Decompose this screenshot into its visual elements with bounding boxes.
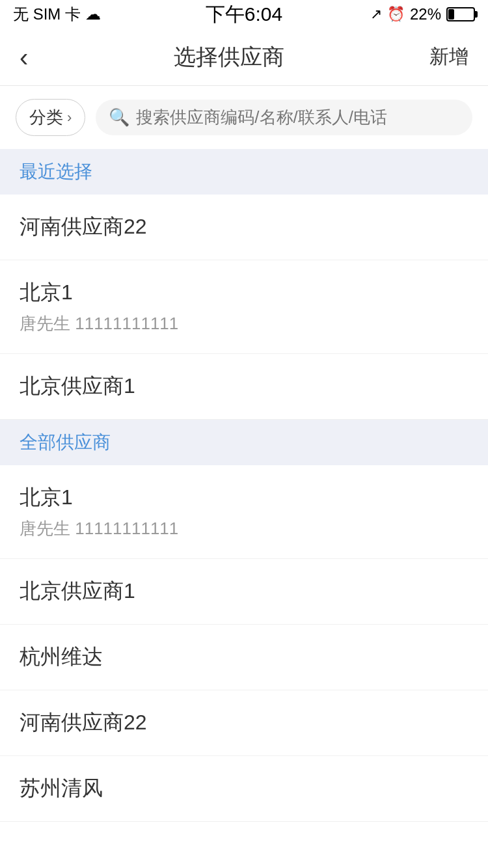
- battery-percent: 22%: [410, 5, 441, 23]
- recent-list-item[interactable]: 北京供应商1: [0, 354, 488, 420]
- search-icon: 🔍: [109, 107, 129, 128]
- recent-list-item[interactable]: 北京1唐先生 11111111111: [0, 260, 488, 354]
- all-list-item[interactable]: 河南供应商22: [0, 690, 488, 756]
- location-icon: ↗: [370, 6, 382, 23]
- item-name: 北京1: [20, 483, 468, 512]
- item-name: 河南供应商22: [20, 213, 468, 241]
- all-list-item[interactable]: 北京1唐先生 11111111111: [0, 465, 488, 559]
- item-sub: 唐先生 11111111111: [20, 312, 468, 335]
- item-name: 苏州清风: [20, 774, 468, 803]
- all-list-item[interactable]: 杭州维达: [0, 625, 488, 690]
- all-list-item[interactable]: 苏州清风: [0, 756, 488, 822]
- search-box[interactable]: 🔍: [96, 100, 472, 135]
- nav-title: 选择供应商: [174, 42, 284, 72]
- category-filter[interactable]: 分类 ›: [16, 99, 85, 136]
- search-input[interactable]: [136, 107, 459, 128]
- item-name: 河南供应商22: [20, 709, 468, 737]
- sim-status: 无 SIM 卡 ☁: [13, 4, 101, 25]
- battery-icon: [446, 7, 475, 21]
- recent-items-list: 河南供应商22北京1唐先生 11111111111北京供应商1: [0, 195, 488, 420]
- chevron-right-icon: ›: [67, 109, 72, 126]
- item-name: 北京供应商1: [20, 577, 468, 606]
- nav-bar: ‹ 选择供应商 新增: [0, 29, 488, 86]
- recent-list-item[interactable]: 河南供应商22: [0, 195, 488, 260]
- item-name: 北京供应商1: [20, 372, 468, 401]
- category-label: 分类: [29, 106, 63, 129]
- status-time: 下午6:04: [206, 1, 282, 28]
- back-button[interactable]: ‹: [20, 44, 28, 70]
- item-name: 杭州维达: [20, 643, 468, 671]
- filter-bar: 分类 › 🔍: [0, 86, 488, 149]
- all-list-item[interactable]: 北京供应商1: [0, 559, 488, 625]
- all-section-label: 全部供应商: [20, 432, 111, 452]
- status-left: 无 SIM 卡 ☁: [13, 4, 101, 25]
- all-section-header: 全部供应商: [0, 420, 488, 465]
- all-items-list: 北京1唐先生 11111111111北京供应商1杭州维达河南供应商22苏州清风: [0, 465, 488, 822]
- status-bar: 无 SIM 卡 ☁ 下午6:04 ↗ ⏰ 22%: [0, 0, 488, 29]
- item-name: 北京1: [20, 278, 468, 307]
- recent-section-header: 最近选择: [0, 149, 488, 195]
- recent-section-label: 最近选择: [20, 161, 92, 182]
- alarm-icon: ⏰: [387, 6, 405, 23]
- add-button[interactable]: 新增: [429, 44, 468, 70]
- status-right: ↗ ⏰ 22%: [370, 5, 475, 23]
- item-sub: 唐先生 11111111111: [20, 517, 468, 540]
